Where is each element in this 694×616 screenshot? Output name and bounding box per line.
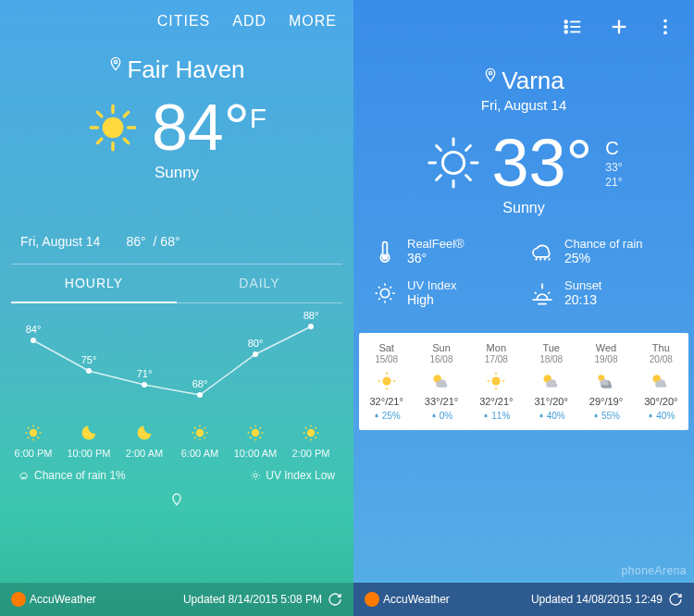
city-name: Varna	[502, 67, 564, 95]
sunset-cell: Sunset20:13	[529, 278, 675, 307]
uv-stat: UV Index Low	[250, 469, 335, 482]
day-item[interactable]: Tue18/0831°/20°40%	[524, 342, 578, 421]
svg-line-73	[437, 176, 441, 180]
date-label: Fri, August 14	[353, 97, 694, 113]
main-temp: 84° F	[0, 95, 353, 160]
svg-line-48	[305, 427, 306, 428]
top-icons	[353, 0, 694, 54]
footer: AccuWeather Updated 8/14/2015 5:08 PM	[0, 583, 353, 616]
day-item[interactable]: Mon17/0832°/21°11%	[469, 342, 524, 421]
thermometer-icon	[372, 239, 398, 265]
watermark: phoneArena	[622, 564, 687, 577]
svg-point-65	[443, 152, 465, 173]
svg-line-42	[250, 437, 251, 438]
svg-line-23	[38, 427, 39, 428]
rain-cell: Chance of rain25%	[529, 237, 675, 265]
svg-point-13	[197, 392, 203, 398]
svg-point-10	[31, 338, 36, 343]
svg-point-15	[308, 324, 314, 329]
high-temp: 86°	[126, 234, 145, 249]
condition-label: Sunny	[0, 164, 353, 182]
city-row: Varna	[353, 54, 694, 95]
top-actions: CITIES ADD MORE	[0, 0, 353, 43]
svg-line-51	[305, 437, 306, 438]
svg-point-74	[383, 254, 388, 259]
sun-icon	[87, 102, 139, 154]
bottom-stats: Chance of rain 1% UV Index Low	[0, 465, 353, 489]
svg-point-25	[196, 429, 204, 437]
refresh-icon[interactable]	[328, 592, 342, 607]
city-name: Fair Haven	[127, 55, 244, 84]
accuweather-logo-icon	[11, 592, 26, 607]
location-pin-icon	[483, 68, 498, 82]
day-item[interactable]: Thu20/0830°/20°40%	[634, 342, 688, 421]
uv-cell: UV IndexHigh	[372, 278, 518, 307]
svg-point-55	[564, 26, 567, 29]
daily-forecast[interactable]: Sat15/0832°/21°25%Sun16/0833°/21°0%Mon17…	[359, 333, 688, 430]
tab-hourly[interactable]: HOURLY	[11, 265, 177, 303]
condition-label: Sunny	[353, 200, 694, 216]
svg-point-14	[253, 351, 258, 357]
accuweather-logo-icon	[365, 592, 379, 607]
cities-button[interactable]: CITIES	[157, 13, 211, 30]
rain-stat: Chance of rain 1%	[19, 469, 126, 482]
svg-point-61	[663, 19, 667, 23]
day-item[interactable]: Sun16/0833°/21°0%	[414, 342, 468, 421]
svg-line-72	[466, 146, 471, 151]
accuweather-brand: AccuWeather	[11, 592, 96, 607]
svg-point-63	[663, 31, 667, 35]
temperature-unit: C	[605, 138, 622, 159]
svg-point-53	[564, 20, 567, 23]
svg-point-0	[115, 60, 118, 63]
svg-line-40	[260, 437, 261, 438]
overflow-menu-icon[interactable]	[655, 17, 675, 37]
plus-icon[interactable]	[609, 17, 629, 37]
svg-line-33	[194, 437, 195, 438]
svg-line-49	[316, 437, 316, 438]
weather-pane-left: CITIES ADD MORE Fair Haven 84° F Sunny F…	[0, 0, 353, 616]
temperature-value: 33°	[491, 129, 592, 196]
svg-point-34	[252, 429, 259, 437]
svg-point-64	[490, 71, 492, 74]
svg-line-31	[204, 437, 205, 438]
svg-point-76	[382, 376, 390, 385]
day-item[interactable]: Wed19/0829°/19°55%	[578, 342, 633, 421]
refresh-icon[interactable]	[668, 592, 683, 607]
temperature-unit: F	[250, 103, 266, 134]
svg-point-12	[142, 382, 147, 388]
day-item[interactable]: Sat15/0832°/21°25%	[359, 342, 414, 421]
svg-line-22	[38, 437, 39, 438]
svg-point-11	[86, 368, 92, 374]
svg-point-52	[254, 474, 257, 477]
tab-daily[interactable]: DAILY	[177, 265, 342, 302]
svg-line-71	[466, 176, 471, 180]
accuweather-brand: AccuWeather	[365, 592, 450, 607]
realfeel-cell: RealFeel®36°	[372, 237, 518, 265]
svg-point-57	[564, 31, 567, 33]
page-indicator[interactable]	[0, 489, 353, 513]
date-highlow: Fri, August 14 86° / 68°	[20, 234, 353, 249]
info-grid: RealFeel®36° Chance of rain25% UV IndexH…	[353, 216, 694, 327]
more-button[interactable]: MORE	[289, 13, 337, 30]
rain-icon	[529, 239, 555, 265]
svg-point-82	[492, 376, 501, 385]
hourly-chart[interactable]: 84°6:00 PM75°10:00 PM71°2:00 AM68°6:00 A…	[7, 313, 346, 465]
svg-point-75	[380, 289, 389, 297]
svg-point-1	[103, 117, 124, 139]
svg-line-70	[437, 146, 441, 151]
location-pin-icon	[170, 493, 183, 506]
svg-line-30	[194, 427, 195, 428]
svg-point-43	[307, 429, 315, 437]
svg-point-62	[663, 25, 667, 29]
sunset-icon	[529, 280, 555, 306]
svg-line-41	[260, 427, 261, 428]
svg-line-21	[28, 427, 29, 428]
city-row: Fair Haven	[0, 43, 353, 84]
add-button[interactable]: ADD	[232, 13, 266, 30]
list-icon[interactable]	[563, 17, 583, 37]
svg-line-8	[124, 112, 128, 116]
updated-label: Updated 8/14/2015 5:08 PM	[183, 592, 342, 607]
forecast-tabs: HOURLY DAILY	[11, 264, 342, 303]
svg-line-39	[250, 427, 251, 428]
sun-icon	[425, 134, 482, 191]
